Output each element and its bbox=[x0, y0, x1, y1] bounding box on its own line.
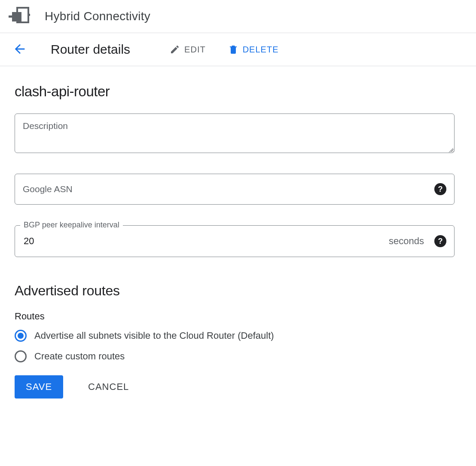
cancel-button[interactable]: CANCEL bbox=[85, 381, 131, 393]
delete-label: DELETE bbox=[243, 45, 279, 55]
save-button[interactable]: SAVE bbox=[15, 375, 63, 399]
bgp-keepalive-unit: seconds bbox=[389, 236, 424, 247]
page-toolbar: Router details EDIT DELETE bbox=[0, 33, 476, 66]
svg-rect-1 bbox=[12, 12, 21, 21]
form-footer: SAVE CANCEL bbox=[15, 375, 461, 399]
resize-handle-icon bbox=[447, 146, 453, 152]
asn-placeholder: Google ASN bbox=[23, 184, 73, 194]
svg-rect-3 bbox=[28, 14, 30, 16]
routes-option-label: Create custom routes bbox=[34, 351, 125, 362]
svg-rect-2 bbox=[9, 15, 12, 18]
bgp-keepalive-field[interactable]: BGP peer keepalive interval seconds ? bbox=[15, 225, 455, 257]
bgp-keepalive-input[interactable] bbox=[23, 235, 389, 247]
hybrid-connectivity-icon bbox=[9, 7, 30, 26]
page-title: Router details bbox=[51, 42, 130, 57]
router-name: clash-api-router bbox=[15, 83, 461, 100]
product-header: Hybrid Connectivity bbox=[0, 0, 476, 33]
trash-icon bbox=[228, 44, 238, 55]
radio-unchecked-icon bbox=[15, 350, 27, 362]
arrow-left-icon bbox=[12, 42, 27, 58]
help-icon[interactable]: ? bbox=[434, 235, 446, 247]
routes-group-label: Routes bbox=[15, 311, 461, 322]
google-asn-input[interactable]: Google ASN ? bbox=[15, 174, 455, 205]
advertised-routes-title: Advertised routes bbox=[15, 283, 461, 299]
description-input[interactable]: Description bbox=[15, 113, 455, 153]
bgp-keepalive-label: BGP peer keepalive interval bbox=[20, 221, 123, 230]
description-placeholder: Description bbox=[23, 121, 68, 131]
routes-option-label: Advertise all subnets visible to the Clo… bbox=[34, 330, 274, 341]
help-icon[interactable]: ? bbox=[434, 183, 446, 195]
back-button[interactable] bbox=[11, 41, 28, 58]
content-area: clash-api-router Description Google ASN … bbox=[0, 66, 476, 416]
edit-button[interactable]: EDIT bbox=[165, 42, 210, 57]
radio-checked-icon bbox=[15, 330, 27, 342]
product-title: Hybrid Connectivity bbox=[45, 9, 150, 23]
edit-label: EDIT bbox=[184, 45, 206, 55]
pencil-icon bbox=[170, 44, 180, 55]
delete-button[interactable]: DELETE bbox=[224, 42, 283, 57]
routes-option-default[interactable]: Advertise all subnets visible to the Clo… bbox=[15, 330, 461, 342]
routes-option-custom[interactable]: Create custom routes bbox=[15, 350, 461, 362]
